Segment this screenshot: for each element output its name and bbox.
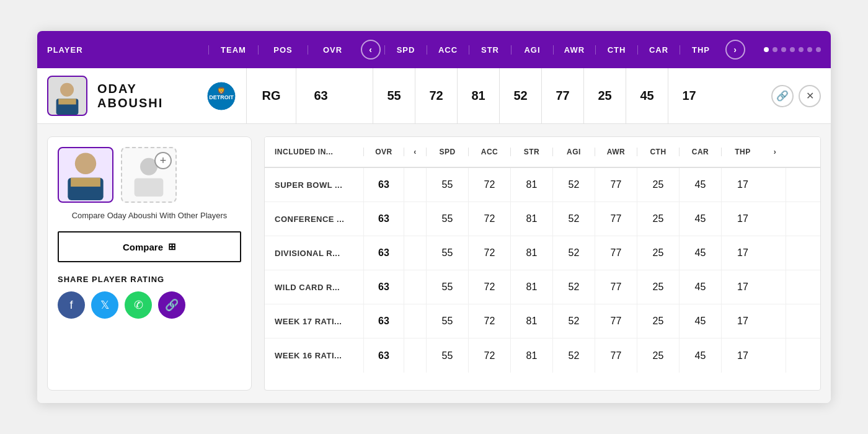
- svg-rect-10: [135, 178, 164, 197]
- player-avatar-image: [50, 81, 84, 115]
- td-nav-right-5: [764, 339, 786, 373]
- td-car-1: 45: [680, 202, 722, 236]
- td-str-5: 81: [511, 339, 553, 373]
- lions-logo-svg: DETROIT 🦁: [206, 81, 237, 112]
- player-car: 45: [626, 68, 668, 123]
- td-label-2: DIVISIONAL R...: [265, 236, 364, 270]
- link-icon: 🔗: [776, 90, 789, 102]
- td-cth-1: 25: [637, 202, 680, 236]
- dot-1: [764, 47, 769, 52]
- td-label-1: CONFERENCE ...: [265, 202, 364, 236]
- td-nav-2: [404, 236, 427, 270]
- td-nav-4: [404, 304, 427, 338]
- player-row: ODAY ABOUSHI DETROIT 🦁 RG 63 55 72 81 52…: [37, 68, 831, 124]
- td-nav-right-0: [764, 168, 786, 202]
- player-acc: 72: [415, 68, 457, 123]
- player-name: ODAY ABOUSHI: [97, 82, 197, 110]
- twitter-icon: 𝕏: [100, 298, 110, 312]
- header-dots: [749, 47, 821, 52]
- td-label-4: WEEK 17 RATI...: [265, 304, 364, 338]
- header-nav-left[interactable]: ‹: [357, 40, 384, 60]
- td-spd-5: 55: [427, 339, 469, 373]
- twitter-share-button[interactable]: 𝕏: [91, 291, 118, 319]
- whatsapp-share-button[interactable]: ✆: [125, 291, 152, 319]
- td-nav-right-4: [764, 304, 786, 338]
- th-awr: AWR: [595, 148, 637, 156]
- td-awr-4: 77: [595, 304, 637, 338]
- td-spd-2: 55: [427, 236, 469, 270]
- table-header: INCLUDED IN... OVR ‹ SPD ACC STR AGI AWR…: [265, 137, 820, 168]
- header-thp: THP: [680, 45, 722, 55]
- th-ovr: OVR: [364, 148, 404, 156]
- player-awr: 77: [541, 68, 583, 123]
- td-acc-2: 72: [469, 236, 511, 270]
- td-ovr-3: 63: [364, 270, 404, 304]
- td-agi-0: 52: [553, 168, 595, 202]
- td-car-5: 45: [680, 339, 722, 373]
- dot-6: [807, 47, 812, 52]
- td-acc-1: 72: [469, 202, 511, 236]
- dot-7: [816, 47, 821, 52]
- th-nav-right[interactable]: ›: [764, 148, 786, 156]
- td-str-3: 81: [511, 270, 553, 304]
- td-thp-1: 17: [722, 202, 764, 236]
- td-awr-1: 77: [595, 202, 637, 236]
- td-ovr-5: 63: [364, 339, 404, 373]
- td-str-0: 81: [511, 168, 553, 202]
- player-nav-gap: [345, 68, 373, 123]
- table-row: SUPER BOWL ... 63 55 72 81 52 77 25 45 1…: [265, 168, 820, 202]
- header-row: PLAYER TEAM POS OVR ‹ SPD ACC STR AGI AW: [37, 31, 831, 68]
- td-nav-5: [404, 339, 427, 373]
- link-button[interactable]: 🔗: [771, 85, 794, 107]
- td-nav-3: [404, 270, 427, 304]
- td-str-2: 81: [511, 236, 553, 270]
- svg-text:DETROIT: DETROIT: [209, 94, 234, 100]
- td-thp-2: 17: [722, 236, 764, 270]
- th-str: STR: [511, 148, 553, 156]
- td-cth-4: 25: [637, 304, 680, 338]
- td-cth-3: 25: [637, 270, 680, 304]
- close-button[interactable]: ✕: [799, 85, 821, 107]
- link-share-button[interactable]: 🔗: [158, 291, 185, 319]
- share-title: SHARE PLAYER RATING: [58, 275, 241, 284]
- td-car-4: 45: [680, 304, 722, 338]
- dot-3: [781, 47, 786, 52]
- player-spd: 55: [373, 68, 415, 123]
- td-thp-0: 17: [722, 168, 764, 202]
- header-team: TEAM: [208, 45, 258, 55]
- td-agi-4: 52: [553, 304, 595, 338]
- player-ovr: 63: [296, 68, 345, 123]
- header-spd: SPD: [384, 45, 427, 55]
- header-nav-right[interactable]: ›: [722, 40, 749, 60]
- th-nav-left[interactable]: ‹: [404, 148, 427, 156]
- facebook-share-button[interactable]: f: [58, 291, 85, 319]
- td-label-0: SUPER BOWL ...: [265, 168, 364, 202]
- table-row: DIVISIONAL R... 63 55 72 81 52 77 25 45 …: [265, 236, 820, 270]
- th-spd: SPD: [427, 148, 469, 156]
- td-agi-1: 52: [553, 202, 595, 236]
- nav-right-button[interactable]: ›: [725, 40, 745, 60]
- td-thp-5: 17: [722, 339, 764, 373]
- nav-left-button[interactable]: ‹: [361, 40, 381, 60]
- ratings-table: INCLUDED IN... OVR ‹ SPD ACC STR AGI AWR…: [264, 136, 821, 391]
- table-row: WEEK 16 RATI... 63 55 72 81 52 77 25 45 …: [265, 339, 820, 373]
- td-nav-right-1: [764, 202, 786, 236]
- svg-rect-2: [58, 99, 76, 104]
- dot-2: [773, 47, 777, 52]
- td-nav-right-3: [764, 270, 786, 304]
- compare-label: Compare Oday Aboushi With Other Players: [58, 210, 241, 221]
- td-awr-2: 77: [595, 236, 637, 270]
- table-body: SUPER BOWL ... 63 55 72 81 52 77 25 45 1…: [265, 168, 820, 373]
- share-section: SHARE PLAYER RATING f 𝕏 ✆ 🔗: [58, 275, 241, 319]
- add-player-button[interactable]: +: [154, 152, 172, 169]
- td-spd-3: 55: [427, 270, 469, 304]
- dot-5: [799, 47, 804, 52]
- compare-button[interactable]: Compare ⊞: [58, 231, 241, 262]
- whatsapp-icon: ✆: [134, 298, 143, 312]
- th-agi: AGI: [553, 148, 595, 156]
- td-str-4: 81: [511, 304, 553, 338]
- table-nav-right-icon: ›: [774, 148, 777, 156]
- svg-point-6: [75, 153, 96, 174]
- td-agi-3: 52: [553, 270, 595, 304]
- header-str: STR: [469, 45, 511, 55]
